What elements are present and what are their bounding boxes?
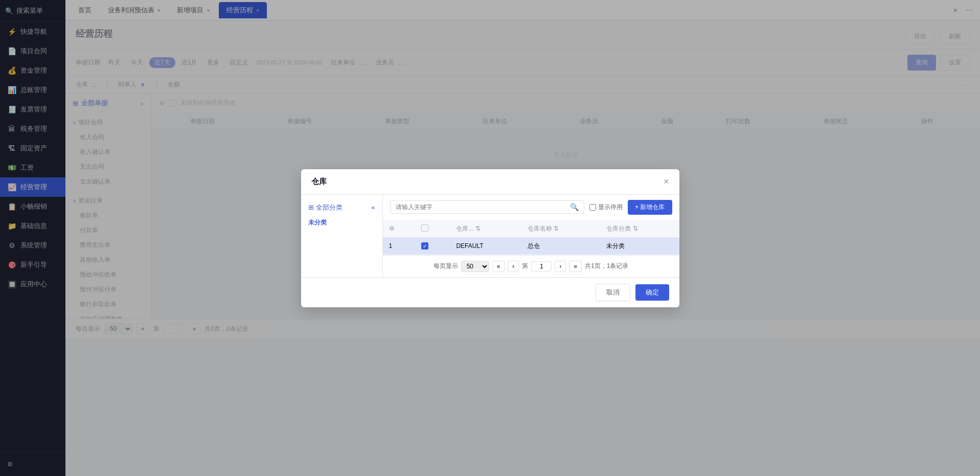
sort-icon3: ⇅ [633,225,638,232]
th-modal-check [415,220,450,238]
all-category-label[interactable]: 全部分类 [316,203,343,212]
confirm-button[interactable]: 确定 [635,284,669,301]
row-checkbox[interactable]: ✓ [421,242,428,250]
cancel-button[interactable]: 取消 [596,284,630,301]
modal-last-btn[interactable]: » [569,261,582,272]
modal-close-btn[interactable]: × [664,176,669,187]
add-warehouse-button[interactable]: + 新增仓库 [628,200,672,215]
modal-body: ⊞ 全部分类 « 未分类 🔍 [301,195,679,277]
modal-search-icon: 🔍 [570,203,579,211]
grid-icon2: ⊞ [308,203,314,211]
col-category-label: 仓库分类 [606,225,631,232]
show-disabled-checkbox-label[interactable]: 显示停用 [589,203,623,212]
modal-table: ⚙ 仓库... ⇅ [383,220,679,255]
sort-icon: ⇅ [475,225,481,232]
modal-first-btn[interactable]: « [492,261,505,272]
modal-search-input[interactable] [396,203,567,211]
modal-pagination: 每页显示 50 100 « ‹ 第 › » 共1页，1条记录 [383,255,679,277]
modal-total-text: 共1页，1条记录 [585,262,628,270]
th-modal-settings: ⚙ [383,220,415,238]
modal-table-row[interactable]: 1 ✓ DEFAULT 总仓 未分类 [383,237,679,255]
sort-icon2: ⇅ [554,225,559,232]
modal-left-header: ⊞ 全部分类 « [301,200,382,215]
modal-collapse-icon[interactable]: « [371,203,375,211]
modal-footer: 取消 确定 [301,277,679,307]
modal-next-btn[interactable]: › [555,261,566,272]
row-check[interactable]: ✓ [415,237,450,255]
row-category: 未分类 [600,237,679,255]
modal-category-unclassified[interactable]: 未分类 [301,215,382,230]
modal-search-box: 🔍 [390,200,585,214]
modal-table-header: ⚙ 仓库... ⇅ [383,220,679,238]
modal-toolbar: 🔍 显示停用 + 新增仓库 [383,195,679,220]
settings-icon2[interactable]: ⚙ [389,225,395,232]
row-name: 总仓 [521,237,600,255]
modal-page-input[interactable] [531,261,552,271]
col-code-label: 仓库... [456,225,473,232]
modal-header: 仓库 × [301,169,679,195]
warehouse-modal: 仓库 × ⊞ 全部分类 « 未分类 [301,169,679,307]
show-disabled-label: 显示停用 [598,203,623,212]
row-code: DEFAULT [450,237,521,255]
row-num: 1 [383,237,415,255]
modal-page-label: 第 [522,262,528,270]
show-disabled-checkbox[interactable] [589,204,596,211]
modal-prev-btn[interactable]: ‹ [508,261,519,272]
modal-per-page-label: 每页显示 [434,262,458,270]
modal-title: 仓库 [311,177,327,187]
th-modal-name[interactable]: 仓库名称 ⇅ [521,220,600,238]
modal-table-area: ⚙ 仓库... ⇅ [383,220,679,255]
col-name-label: 仓库名称 [528,225,552,232]
modal-left-panel: ⊞ 全部分类 « 未分类 [301,195,383,277]
th-modal-code[interactable]: 仓库... ⇅ [450,220,521,238]
modal-per-page-select[interactable]: 50 100 [461,261,489,272]
th-modal-category[interactable]: 仓库分类 ⇅ [600,220,679,238]
modal-select-all[interactable] [421,224,428,232]
modal-right-panel: 🔍 显示停用 + 新增仓库 [383,195,679,277]
modal-overlay: 仓库 × ⊞ 全部分类 « 未分类 [0,0,980,476]
